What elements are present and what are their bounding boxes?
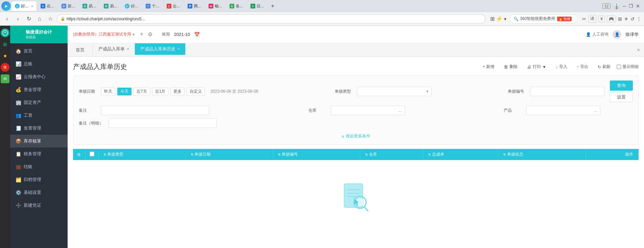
calendar-icon[interactable]: 📅 <box>194 32 200 37</box>
import-button[interactable]: ↓ 导入 <box>552 63 571 71</box>
sidebar-item-invoice[interactable]: 🧾 发票管理 <box>10 122 68 135</box>
page-tab-list-close[interactable]: × <box>127 47 129 51</box>
print-button[interactable]: 🖨 打印 ▼ <box>524 63 550 71</box>
sidebar-item-fund[interactable]: 💰 资金管理 <box>10 83 68 96</box>
number-filter-input[interactable] <box>530 87 604 96</box>
sidebar-item-home[interactable]: 🏠 首页 <box>10 45 68 58</box>
company-selector[interactable]: (勿删勿禁用）江西服宝测试专用 ▾ <box>73 31 135 37</box>
page-tab-history[interactable]: 产成品入库单历史 × <box>135 43 186 55</box>
sidebar-item-new-voucher[interactable]: ➕ 新建凭证 <box>10 199 68 212</box>
browser-tab-8[interactable]: 云 好... × <box>11 1 37 11</box>
browser-tab-4[interactable]: 易 易... <box>100 1 121 11</box>
th-warehouse[interactable]: ⇅ 仓库 <box>360 149 423 160</box>
th-type[interactable]: ⇅ 单据类型 <box>98 149 186 160</box>
browser-tab-9[interactable]: 腾 腾... <box>184 1 205 11</box>
browser-tab-5[interactable]: 好 好... <box>121 1 142 11</box>
remark-filter-input[interactable] <box>101 106 209 115</box>
translate-icon[interactable]: 译 <box>588 15 596 23</box>
sidebar-item-payroll[interactable]: 👥 工资 <box>10 109 68 122</box>
user-avatar[interactable]: 👤 <box>613 30 621 39</box>
rail-star-icon[interactable]: ★ <box>1 51 9 60</box>
dropdown-arrow[interactable]: ▾ <box>504 16 506 22</box>
settings-icon[interactable]: ⚙ <box>148 31 152 38</box>
company-dropdown-arrow[interactable]: ▾ <box>133 32 135 37</box>
date-btn-1month[interactable]: 近1月 <box>152 88 169 95</box>
sun-icon[interactable]: ☀ <box>624 16 628 22</box>
browser-tab-1[interactable]: 在 在... <box>37 1 57 11</box>
export-button[interactable]: ↑ 导出 <box>573 63 592 71</box>
close-button[interactable]: ✕ <box>636 3 640 9</box>
close-all-tabs[interactable]: × <box>633 43 644 57</box>
refresh-button[interactable]: ↻ 刷新 <box>594 63 614 71</box>
user-service-button[interactable]: 👤 人工咨询 <box>586 31 609 37</box>
windows-icon[interactable]: ⊞ <box>618 16 622 22</box>
minimize-button[interactable]: ─ <box>623 3 626 9</box>
page-tab-history-close[interactable]: × <box>177 47 180 51</box>
browser-tab-2[interactable]: 新 新... <box>58 1 78 11</box>
home-button[interactable]: ⌂ <box>35 15 44 23</box>
date-btn-7days[interactable]: 近7天 <box>134 88 150 95</box>
sidebar-item-checkout[interactable]: 💼 结账 <box>10 160 68 173</box>
sidebar-item-basic-settings[interactable]: ⚙️ 基础设置 <box>10 186 68 199</box>
product-filter-select[interactable]: ... <box>526 106 600 115</box>
page-tab-list[interactable]: 产成品入库单 × <box>93 43 135 55</box>
th-date[interactable]: ⇅ 单据日期 <box>186 149 273 160</box>
back-button[interactable]: ‹ <box>3 15 11 23</box>
user-name-label[interactable]: 徐泽华 <box>625 31 639 38</box>
browser-search-text[interactable]: 360智能抠图免费用 <box>520 16 555 22</box>
th-number[interactable]: ⇅ 单据编号 <box>273 149 360 160</box>
type-filter-select[interactable]: ▾ <box>357 87 431 96</box>
browser-tab-7[interactable]: 企 企... <box>163 1 184 11</box>
bookmark-button[interactable]: ☆ <box>46 15 55 23</box>
th-check[interactable] <box>85 149 98 160</box>
sidebar-item-archive[interactable]: 🗂️ 归档管理 <box>10 173 68 186</box>
sidebar-item-inventory[interactable]: 📦 库存核算 <box>10 135 68 148</box>
undo-icon[interactable]: ↺ <box>630 16 635 22</box>
delete-button[interactable]: 🗑 删除 <box>500 63 521 71</box>
sidebar-item-ledger[interactable]: 📊 总账 <box>10 58 68 70</box>
browser-tab-11[interactable]: 各 各... <box>226 1 246 11</box>
th-gear[interactable]: ⚙ <box>73 149 85 160</box>
collapse-conditions-button[interactable]: ∧ 收起更多条件 <box>341 133 370 139</box>
grid-icon[interactable]: ⊞ <box>490 16 495 22</box>
setting-button[interactable]: 设置 <box>610 92 633 102</box>
warehouse-filter-select[interactable]: ... <box>331 106 405 115</box>
refresh-button[interactable]: ↻ <box>24 15 33 23</box>
browser-tab-10[interactable]: 畅 畅... <box>205 1 225 11</box>
rail-weibo-icon[interactable]: 微 <box>1 63 9 72</box>
date-btn-yesterday[interactable]: 昨天 <box>101 88 115 95</box>
browser-tab-12[interactable]: 目 目... <box>247 1 267 11</box>
show-detail-toggle[interactable]: 显示明细 <box>617 64 639 70</box>
sidebar-item-cloud-report[interactable]: 📈 云报表中心 <box>10 70 68 83</box>
lightning-icon[interactable]: ⚡ <box>496 16 503 22</box>
yuan-icon[interactable]: ¥ <box>598 16 605 22</box>
browser-tab-6[interactable]: 个 个... <box>142 1 163 11</box>
date-btn-today[interactable]: 今天 <box>117 88 132 95</box>
more-icon[interactable]: ⋮ <box>637 16 641 22</box>
th-status[interactable]: ⇅ 单据状态 <box>498 149 586 160</box>
add-company-button[interactable]: + <box>140 31 144 38</box>
new-button[interactable]: + 新增 <box>479 63 498 71</box>
sidebar-item-tax[interactable]: 📋 税务管理 <box>10 148 68 160</box>
maximize-button[interactable]: ❐ <box>629 3 633 9</box>
th-total-cost[interactable]: ⇅ 总成本 <box>423 149 498 160</box>
scissors-icon[interactable]: ✂ <box>582 16 586 22</box>
breadcrumb-home[interactable]: 首页 <box>73 47 87 53</box>
date-btn-more[interactable]: 更多 <box>170 88 185 95</box>
game-icon[interactable]: 🎮 <box>607 16 616 22</box>
select-all-checkbox[interactable] <box>90 152 94 156</box>
new-tab-button[interactable]: + <box>268 1 278 11</box>
rail-home-icon[interactable]: ⊞ <box>1 40 9 49</box>
tab-8-close[interactable]: × <box>31 4 33 8</box>
remark-detail-filter-input[interactable] <box>109 118 217 128</box>
show-detail-checkbox[interactable] <box>617 65 621 69</box>
rail-360-icon[interactable] <box>1 28 9 37</box>
sidebar-item-fixed-assets[interactable]: 🏢 固定资产 <box>10 96 68 109</box>
browser-nav-icon[interactable]: ➤ <box>1 1 11 11</box>
forward-button[interactable]: › <box>14 15 22 23</box>
rail-mail-icon[interactable]: ✉ <box>1 74 9 83</box>
query-button[interactable]: 查询 <box>610 81 633 91</box>
date-btn-custom[interactable]: 自定义 <box>187 88 205 95</box>
browser-tab-3[interactable]: 易 易... <box>79 1 99 11</box>
address-bar[interactable]: 🔒 https://cloud.chanjet.com/accounting/u… <box>57 14 485 24</box>
